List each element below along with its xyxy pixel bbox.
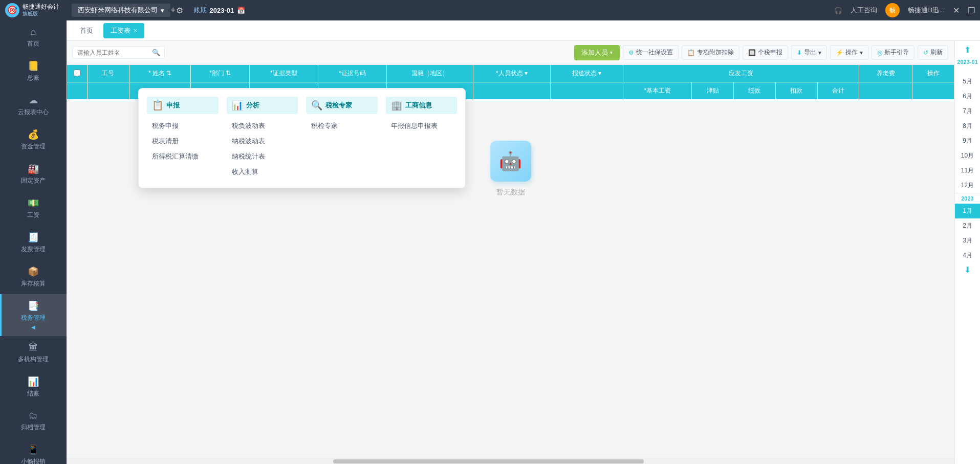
sidebar-label-settle: 结账	[27, 389, 39, 398]
month-1-active[interactable]: 1月	[955, 204, 980, 218]
sidebar-item-tax[interactable]: 📑 税务管理 ◀	[0, 294, 67, 336]
app-subtitle: 旗舰版	[23, 10, 59, 17]
tax-icon: 📑	[28, 300, 39, 312]
fenxi-icon: 📊	[232, 100, 243, 111]
menu-item-tax-expert[interactable]: 税检专家	[306, 118, 378, 134]
menu-item-tax-burden[interactable]: 税负波动表	[227, 118, 298, 134]
customer-service-label[interactable]: 人工咨询	[851, 6, 877, 15]
th-op-sub	[912, 82, 954, 100]
sidebar-item-xiaochang[interactable]: 📱 小畅报销	[0, 438, 67, 464]
company-selector[interactable]: 西安虾米网络科技有限公司 ▾	[72, 4, 170, 17]
month-3[interactable]: 3月	[955, 233, 980, 248]
month-2[interactable]: 2月	[955, 218, 980, 233]
menu-header-fenxi: 📊 分析	[227, 97, 298, 114]
sidebar-item-home[interactable]: ⌂ 首页	[0, 20, 67, 54]
salary-icon: 💵	[28, 197, 39, 209]
special-deduction-button[interactable]: 📋 专项附加扣除	[682, 45, 739, 60]
tab-close-icon[interactable]: ×	[134, 27, 137, 34]
personal-tax-button[interactable]: 🔲 个税申报	[743, 45, 788, 60]
month-10[interactable]: 10月	[955, 148, 980, 163]
sidebar-label-ledger: 总账	[27, 74, 39, 82]
menu-section-taxexpert: 🔍 税检专家 税检专家	[306, 97, 378, 180]
th-social: 养老费	[859, 65, 912, 82]
social-insurance-icon: ⚙	[628, 49, 634, 56]
refresh-button[interactable]: ↺ 刷新	[918, 45, 948, 60]
sidebar-item-salary[interactable]: 💵 工资	[0, 191, 67, 226]
export-button[interactable]: ⬇ 导出 ▾	[791, 45, 827, 60]
sidebar-item-inventory[interactable]: 📦 库存核算	[0, 260, 67, 294]
menu-item-tax-stats[interactable]: 纳税统计表	[227, 149, 298, 164]
menu-item-tax-table[interactable]: 税表清册	[147, 134, 219, 149]
menu-item-annual-report[interactable]: 年报信息申报表	[386, 118, 458, 134]
tab-home[interactable]: 首页	[72, 23, 101, 38]
bottom-scrollbar[interactable]	[67, 458, 954, 464]
menu-item-income-estimate[interactable]: 收入测算	[227, 164, 298, 180]
month-4[interactable]: 4月	[955, 248, 980, 263]
fixed-icon: 🏭	[28, 163, 39, 174]
select-all-checkbox[interactable]	[74, 70, 80, 76]
month-9[interactable]: 9月	[955, 134, 980, 148]
ledger-icon: 📒	[28, 60, 39, 72]
sidebar-item-settle[interactable]: 📊 结账	[0, 370, 67, 404]
th-report-status: 报送状态 ▾	[550, 65, 623, 82]
main-layout: ⌂ 首页 📒 总账 ☁ 云报表中心 💰 资金管理 🏭 固定资产 💵 工资 🧾 发…	[0, 20, 980, 464]
export-label: 导出	[804, 48, 816, 57]
operation-icon: ⚡	[836, 49, 843, 56]
operation-button[interactable]: ⚡ 操作 ▾	[830, 45, 868, 60]
multi-icon: 🏛	[29, 342, 38, 353]
refresh-icon: ↺	[923, 49, 928, 56]
sidebar-item-cloud[interactable]: ☁ 云报表中心	[0, 89, 67, 123]
sidebar-label-tax: 税务管理	[21, 314, 46, 322]
sidebar-item-multi[interactable]: 🏛 多机构管理	[0, 336, 67, 370]
add-company-button[interactable]: +	[170, 5, 176, 16]
month-8[interactable]: 8月	[955, 119, 980, 134]
month-11[interactable]: 11月	[955, 163, 980, 178]
right-panel: ⬆ 2023-01 5月 6月 7月 8月 9月 10月 11月 12月 202…	[954, 41, 980, 464]
th-nationality: 国籍（地区）	[386, 65, 473, 82]
sidebar-item-archive[interactable]: 🗂 归档管理	[0, 404, 67, 438]
empty-icon: 🤖	[490, 141, 531, 182]
menu-item-tax-wave[interactable]: 纳税波动表	[227, 134, 298, 149]
sidebar-label-multi: 多机构管理	[18, 355, 49, 364]
calendar-icon[interactable]: 📅	[237, 7, 245, 14]
user-avatar[interactable]: 畅	[885, 3, 900, 17]
logo-text-wrap: 畅捷通好会计 旗舰版	[23, 3, 59, 17]
settings-icon[interactable]: ⚙	[176, 6, 183, 15]
add-person-button[interactable]: 添加人员 ▾	[574, 45, 620, 60]
th-sub-check	[67, 82, 88, 100]
period-label: 账期	[193, 6, 207, 15]
panel-up-arrow[interactable]: ⬆	[962, 43, 973, 57]
user-name[interactable]: 畅捷通B迅...	[908, 6, 945, 15]
export-icon: ⬇	[797, 49, 802, 56]
sidebar-item-fixed[interactable]: 🏭 固定资产	[0, 157, 67, 191]
sidebar-label-invoice: 发票管理	[21, 245, 46, 254]
main-content: 🔍 添加人员 ▾ ⚙ 统一社保设置 📋 专项附加扣除	[67, 41, 954, 464]
personal-tax-icon: 🔲	[748, 49, 756, 56]
menu-header-shenbao: 📋 申报	[147, 97, 219, 114]
social-insurance-button[interactable]: ⚙ 统一社保设置	[623, 45, 679, 60]
shenbao-title: 申报	[166, 101, 180, 110]
month-6[interactable]: 6月	[955, 89, 980, 104]
archive-icon: 🗂	[29, 410, 38, 421]
restore-window-icon[interactable]: ❐	[968, 6, 975, 15]
month-5[interactable]: 5月	[955, 74, 980, 89]
th-check[interactable]	[67, 65, 88, 82]
settle-icon: 📊	[28, 376, 39, 387]
new-guide-button[interactable]: ◎ 新手引导	[872, 45, 914, 60]
month-12[interactable]: 12月	[955, 178, 980, 193]
search-input[interactable]	[77, 49, 150, 56]
sidebar-item-ledger[interactable]: 📒 总账	[0, 54, 67, 89]
menu-item-income-tax[interactable]: 所得税汇算清缴	[147, 149, 219, 164]
content-with-right: 🔍 添加人员 ▾ ⚙ 统一社保设置 📋 专项附加扣除	[67, 41, 980, 464]
th-id-type: *证据类型	[249, 65, 318, 82]
tab-salary-table[interactable]: 工资表 ×	[103, 23, 144, 38]
month-7[interactable]: 7月	[955, 104, 980, 119]
panel-down-arrow[interactable]: ⬇	[962, 263, 973, 277]
sidebar-item-fund[interactable]: 💰 资金管理	[0, 123, 67, 157]
close-window-icon[interactable]: ✕	[953, 6, 960, 15]
search-wrap: 🔍	[73, 46, 165, 59]
menu-item-tax-filing[interactable]: 税务申报	[147, 118, 219, 134]
sidebar-item-invoice[interactable]: 🧾 发票管理	[0, 226, 67, 260]
header-actions: 🎧 人工咨询 畅 畅捷通B迅... ✕ ❐	[834, 3, 975, 17]
customer-service-icon: 🎧	[834, 7, 842, 14]
